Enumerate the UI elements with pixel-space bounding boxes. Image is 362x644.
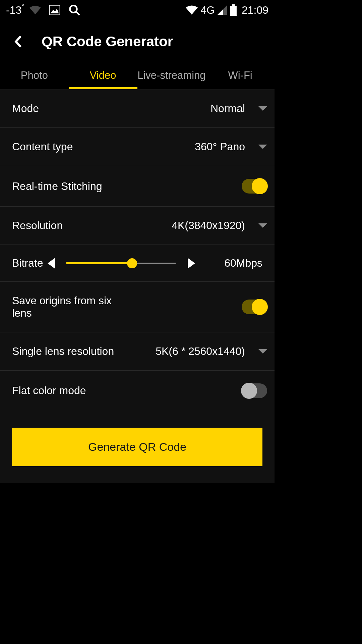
resolution-row[interactable]: Resolution 4K(3840x1920) [0,207,275,245]
tab-bar: Photo Video Live-streaming Wi-Fi [0,62,275,90]
content-type-value: 360° Pano [195,141,245,153]
content-type-label: Content type [12,141,73,153]
flat-color-row: Flat color mode [0,371,275,411]
mode-row[interactable]: Mode Normal [0,90,275,128]
svg-point-2 [70,6,77,13]
temperature-indicator: -13 [6,4,21,16]
chevron-down-icon [258,223,267,228]
wifi-icon [29,6,41,14]
bitrate-row: Bitrate 60Mbps [0,245,275,282]
svg-marker-5 [218,9,223,15]
save-origins-row: Save origins from six lens [0,282,275,332]
stitching-toggle[interactable] [242,179,267,194]
mode-value: Normal [210,102,245,115]
resolution-label: Resolution [12,219,63,232]
chevron-down-icon [258,145,267,149]
back-button[interactable] [11,35,25,48]
tab-video[interactable]: Video [69,62,137,89]
save-origins-label: Save origins from six lens [12,294,119,319]
tab-photo[interactable]: Photo [0,62,69,89]
svg-line-3 [76,12,80,15]
battery-icon [230,4,237,16]
cell-signal-icon [218,5,227,15]
single-lens-label: Single lens resolution [12,345,114,358]
settings-list: Mode Normal Content type 360° Pano Real-… [0,90,275,483]
tab-livestreaming[interactable]: Live-streaming [137,62,206,89]
bitrate-label: Bitrate [12,257,43,269]
bitrate-slider[interactable] [66,263,176,264]
chevron-down-icon [258,106,267,111]
clock: 21:09 [242,4,268,16]
single-lens-row[interactable]: Single lens resolution 5K(6 * 2560x1440) [0,332,275,371]
svg-marker-1 [51,9,59,13]
app-header: QR Code Generator [0,20,275,62]
mode-label: Mode [12,102,39,115]
flat-color-toggle[interactable] [242,383,267,398]
bitrate-increase-button[interactable] [188,258,195,269]
footer: Generate QR Code [0,411,275,483]
content-type-row[interactable]: Content type 360° Pano [0,128,275,166]
status-bar: -13 4G 21:09 [0,0,275,20]
picture-icon [49,5,60,15]
generate-button[interactable]: Generate QR Code [12,428,262,466]
page-title: QR Code Generator [42,34,173,50]
resolution-value: 4K(3840x1920) [172,219,245,232]
chevron-down-icon [258,349,267,354]
svg-rect-7 [230,6,237,16]
flat-color-label: Flat color mode [12,384,86,397]
svg-rect-6 [232,4,235,6]
svg-rect-0 [49,5,60,15]
network-label: 4G [200,4,215,16]
single-lens-value: 5K(6 * 2560x1440) [156,345,245,358]
stitching-label: Real-time Stitching [12,180,102,193]
save-origins-toggle[interactable] [242,300,267,314]
bitrate-decrease-button[interactable] [48,258,55,269]
bitrate-value: 60Mbps [224,257,262,269]
tab-wifi[interactable]: Wi-Fi [206,62,275,89]
stitching-row: Real-time Stitching [0,166,275,207]
wifi-signal-icon [186,5,198,15]
search-icon [68,4,80,16]
